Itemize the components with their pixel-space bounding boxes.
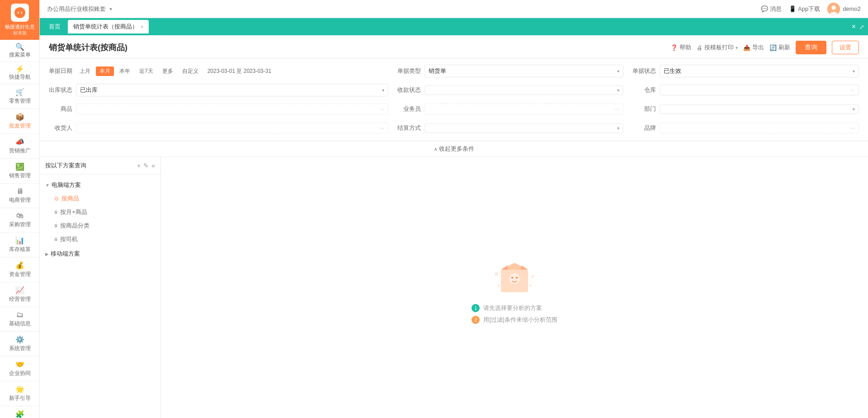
date-btn-7days[interactable]: 近7天 xyxy=(136,66,157,76)
tab-home-label: 首页 xyxy=(49,23,61,31)
doc-status-control[interactable]: 已生效 ▾ xyxy=(660,65,859,77)
sidebar-finance-label: 资金管理 xyxy=(9,271,31,278)
settlement-arrow-icon: ▾ xyxy=(617,126,619,131)
date-filter-label: 单据日期 xyxy=(49,67,76,75)
tree-item-by-product[interactable]: ⊙ 按商品 xyxy=(40,192,160,205)
date-btn-this-year[interactable]: 本年 xyxy=(116,66,134,76)
step-2-text: 用[过滤]条件来缩小分析范围 xyxy=(483,316,557,324)
sidebar-item-system[interactable]: ⚙️ 系统管理 xyxy=(0,332,39,356)
sidebar-operations-label: 经营管理 xyxy=(9,295,31,303)
tree-group-desktop-header[interactable]: ▼ 电脑端方案 xyxy=(40,178,160,192)
tab-expand-btn[interactable]: ⤢ xyxy=(859,24,864,30)
sidebar-item-sales[interactable]: 💹 销售管理 xyxy=(0,159,39,184)
newbie-icon: 🌟 xyxy=(15,385,24,394)
sidebar-quick-nav[interactable]: ⚡ 快捷导航 xyxy=(0,62,39,84)
sidebar-search-label: 搜索菜单 xyxy=(9,51,31,59)
out-status-control[interactable]: 已出库 ▾ xyxy=(76,84,388,96)
dept-control[interactable]: ▾ xyxy=(660,104,859,114)
warehouse-control[interactable]: ··· xyxy=(660,85,859,95)
tree-item-icon-2: ≡ xyxy=(54,223,57,229)
sidebar-search-item[interactable]: 🔍 搜索菜单 xyxy=(0,40,39,62)
sidebar-item-apps[interactable]: 🧩 应用中心 xyxy=(0,406,39,418)
collect-status-label: 收款状态 xyxy=(397,86,425,94)
sales-icon: 💹 xyxy=(15,162,24,171)
print-btn[interactable]: 🖨 按模板打印 ▾ xyxy=(697,43,738,52)
filter-brand-item: 品牌 ··· xyxy=(632,121,859,135)
settings-button[interactable]: 设置 xyxy=(832,41,859,54)
out-status-label: 出库状态 xyxy=(49,86,76,94)
sidebar-item-retail[interactable]: 🛒 零售管理 xyxy=(0,84,39,109)
header-right-actions: 💬 消息 📱 App下载 demo2 xyxy=(761,3,861,15)
page-header: 销货单统计表(按商品) ❓ 帮助 🖨 按模板打印 ▾ 📤 导出 🔄 刷新 xyxy=(40,35,868,58)
sidebar-item-operations[interactable]: 📈 经营管理 xyxy=(0,282,39,307)
logo-icon xyxy=(11,4,29,22)
settlement-label: 结算方式 xyxy=(397,124,425,132)
query-button[interactable]: 查询 xyxy=(796,41,826,54)
tab-home[interactable]: 首页 xyxy=(43,20,66,33)
tree-group-mobile-header[interactable]: ▶ 移动端方案 xyxy=(40,247,160,261)
sidebar-item-finance[interactable]: 💰 资金管理 xyxy=(0,257,39,282)
tab-close-icon[interactable]: × xyxy=(141,24,143,29)
export-btn[interactable]: 📤 导出 xyxy=(743,43,764,52)
sidebar-item-purchase[interactable]: 🛍 采购管理 xyxy=(0,208,39,233)
sidebar-item-newbie[interactable]: 🌟 新手引导 xyxy=(0,381,39,406)
sidebar-item-ecommerce[interactable]: 🖥 电商管理 xyxy=(0,184,39,208)
doc-status-value: 已生效 xyxy=(664,67,853,75)
tree-item-by-driver[interactable]: ≡ 按司机 xyxy=(40,233,160,246)
date-btn-more[interactable]: 更多 xyxy=(159,66,177,76)
print-icon: 🖨 xyxy=(697,44,703,51)
svg-point-9 xyxy=(509,273,520,284)
doc-type-control[interactable]: 销货单 ▾ xyxy=(425,65,624,77)
empty-step-2: 2 用[过滤]条件来缩小分析范围 xyxy=(472,316,557,324)
app-download-btn[interactable]: 📱 App下载 xyxy=(789,5,820,13)
retail-icon: 🛒 xyxy=(15,88,24,96)
sidebar-item-basic[interactable]: 🗂 基础信息 xyxy=(0,307,39,332)
receiver-control[interactable]: ··· xyxy=(76,123,388,133)
step-num-1: 1 xyxy=(472,304,480,312)
message-label: 消息 xyxy=(770,5,782,13)
purchase-icon: 🛍 xyxy=(16,212,24,220)
tree-item-by-month-product[interactable]: ≡ 按月+商品 xyxy=(40,205,160,219)
tab-bar: 首页 销货单统计表（按商品） × × ⤢ xyxy=(40,18,868,35)
scheme-add-btn[interactable]: + xyxy=(137,162,141,169)
apps-icon: 🧩 xyxy=(15,410,24,418)
tree-item-by-category[interactable]: ≡ 按商品分类 xyxy=(40,219,160,233)
tab-close-window-btn[interactable]: × xyxy=(852,23,856,31)
sidebar-item-wholesale[interactable]: 📦 批发管理 xyxy=(0,109,39,134)
main-area: 办公用品行业模拟账套 ▾ 💬 消息 📱 App下载 demo2 首页 xyxy=(40,0,868,418)
date-btn-custom[interactable]: 自定义 xyxy=(179,66,202,76)
settlement-control[interactable]: ▾ xyxy=(425,124,624,133)
filter-panel: 单据日期 上月 本月 本年 近7天 更多 自定义 2023-03-01 至 20… xyxy=(40,58,868,141)
workspace-label: 办公用品行业模拟账套 xyxy=(47,5,106,13)
message-btn[interactable]: 💬 消息 xyxy=(761,5,782,13)
scheme-edit-btn[interactable]: ✎ xyxy=(143,162,149,169)
print-dropdown-icon: ▾ xyxy=(736,45,738,50)
scheme-collapse-btn[interactable]: « xyxy=(151,162,155,169)
tree-group-mobile-label: 移动端方案 xyxy=(51,250,80,258)
refresh-btn[interactable]: 🔄 刷新 xyxy=(769,43,790,52)
operations-icon: 📈 xyxy=(15,286,24,294)
collapse-bar[interactable]: ∧ 收起更多条件 xyxy=(40,141,868,157)
sidebar-wholesale-label: 批发管理 xyxy=(9,122,31,130)
sidebar-item-marketing[interactable]: 📣 营销推广 xyxy=(0,134,39,159)
date-btn-this-month[interactable]: 本月 xyxy=(96,66,114,76)
date-btn-last-month[interactable]: 上月 xyxy=(76,66,94,76)
svg-point-1 xyxy=(19,11,21,14)
empty-state: 1 请先选择要分析的方案 2 用[过滤]条件来缩小分析范围 xyxy=(472,252,557,324)
collect-status-control[interactable]: ▾ xyxy=(425,86,624,95)
doc-type-value: 销货单 xyxy=(429,67,618,75)
brand-control[interactable]: ··· xyxy=(660,123,859,133)
filter-staff-item: 业务员 ··· xyxy=(397,102,624,116)
tab-sales-stats[interactable]: 销货单统计表（按商品） × xyxy=(68,20,149,33)
workspace-selector[interactable]: 办公用品行业模拟账套 ▾ xyxy=(47,5,112,13)
sidebar-item-enterprise[interactable]: 🤝 企业协同 xyxy=(0,356,39,381)
product-control[interactable]: ··· xyxy=(76,104,388,114)
user-menu[interactable]: demo2 xyxy=(827,3,861,15)
sidebar-logo[interactable]: 畅捷通好生意 标准版 xyxy=(0,0,39,40)
inventory-icon: 📊 xyxy=(15,236,24,245)
product-dots-icon: ··· xyxy=(380,106,384,112)
sidebar-item-inventory[interactable]: 📊 库存核算 xyxy=(0,233,39,257)
staff-control[interactable]: ··· xyxy=(425,104,624,114)
sidebar: 畅捷通好生意 标准版 🔍 搜索菜单 ⚡ 快捷导航 🛒 零售管理 📦 批发管理 📣… xyxy=(0,0,40,418)
help-btn[interactable]: ❓ 帮助 xyxy=(670,43,691,52)
